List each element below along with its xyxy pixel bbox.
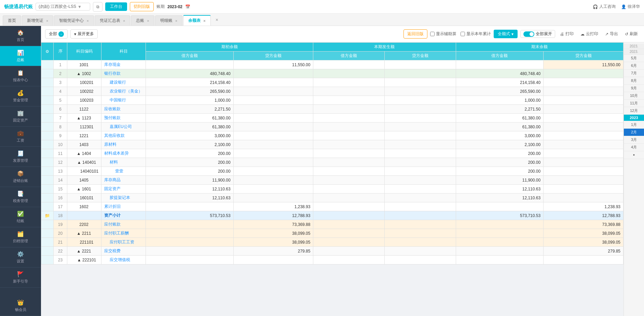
row-name[interactable]: 固定资产 [101, 185, 146, 193]
right-panel-dec[interactable]: 12月 [624, 107, 644, 115]
tab-voucher-summary-close[interactable]: × [123, 19, 125, 23]
right-panel-feb[interactable]: 2月 [624, 129, 644, 136]
right-panel-nov[interactable]: 11月 [624, 100, 644, 107]
row-gear[interactable] [41, 69, 54, 78]
row-gear[interactable] [41, 78, 54, 87]
cloud-print-button[interactable]: ☁ 云打印 [578, 30, 600, 38]
sidebar-item-archive[interactable]: 🗂️ 归档管理 [0, 227, 41, 247]
sidebar-item-purchase[interactable]: 📦 进销台账 [0, 167, 41, 187]
show-ytd-input[interactable] [461, 32, 465, 36]
row-name[interactable]: 胶提架记本 [101, 193, 146, 202]
right-panel-sep[interactable]: 9月 [624, 85, 644, 92]
sidebar-item-settings[interactable]: ⚙️ 设置 [0, 247, 41, 268]
right-panel-aug[interactable]: 8月 [624, 77, 644, 85]
tab-detail[interactable]: 明细账 × [155, 15, 182, 26]
export-button[interactable]: ↗ 导出 [603, 30, 620, 38]
gear-header[interactable]: ⚙ [41, 43, 54, 60]
refresh-button[interactable]: ↺ 刷新 [623, 30, 640, 38]
show-aux-input[interactable] [430, 32, 435, 36]
sidebar-item-guide[interactable]: 🚩 新手引导 [0, 268, 41, 288]
row-gear[interactable] [41, 247, 54, 256]
tab-detail-close[interactable]: × [175, 19, 177, 23]
row-name[interactable]: 壹壹 [101, 167, 146, 176]
row-gear[interactable] [41, 123, 54, 131]
sidebar-item-ledger[interactable]: 📊 总账 [0, 46, 41, 66]
row-name[interactable]: 应付职工工资 [101, 238, 146, 247]
tab-smart-voucher-close[interactable]: × [86, 19, 88, 23]
row-gear[interactable] [41, 140, 54, 149]
row-gear[interactable] [41, 185, 54, 193]
return-old-button[interactable]: 返回旧版 [403, 29, 427, 39]
row-name[interactable]: 应付职工薪酬 [101, 229, 146, 238]
company-selector[interactable]: (勿副) 江西胶垒-LSS ▼ [36, 3, 90, 11]
row-name[interactable]: 应收账款 [101, 105, 146, 114]
row-name[interactable]: 累计折旧 [101, 202, 146, 211]
fullmode-button[interactable]: 全额式 ▾ [494, 30, 518, 38]
row-name[interactable]: 农业银行（美金） [101, 87, 146, 96]
row-name[interactable]: 库存商品 [101, 176, 146, 185]
row-gear[interactable] [41, 229, 54, 238]
row-gear[interactable] [41, 167, 54, 176]
right-panel-mar[interactable]: 3月 [624, 136, 644, 144]
tab-ledger-close[interactable]: × [147, 19, 149, 23]
row-gear[interactable] [41, 96, 54, 105]
row-name[interactable]: 建设银行 [101, 78, 146, 87]
right-panel-jul[interactable]: 7月 [624, 70, 644, 77]
user-profile[interactable]: 👤 徐泽华 [621, 4, 640, 10]
right-panel-may[interactable]: 5月 [624, 55, 644, 62]
row-name[interactable]: 应交增值税 [101, 256, 146, 264]
row-gear[interactable] [41, 60, 54, 69]
toggle-switch[interactable] [523, 31, 534, 37]
print-button[interactable]: 🖨 打印 [558, 30, 576, 38]
row-gear[interactable] [41, 202, 54, 211]
row-gear[interactable] [41, 193, 54, 202]
show-aux-checkbox[interactable]: 显示辅助算 [430, 31, 456, 37]
show-ytd-checkbox[interactable]: 显示本年累计 [461, 31, 491, 37]
sidebar-item-payroll[interactable]: 💼 工资 [0, 127, 41, 147]
sidebar-item-finance[interactable]: 💰 资金管理 [0, 86, 41, 106]
expand-more-button[interactable]: ▾ 展开更多 [70, 29, 98, 39]
tab-new-voucher-close[interactable]: × [46, 19, 48, 23]
row-gear[interactable] [41, 176, 54, 185]
tab-home[interactable]: 首页 [3, 15, 21, 26]
tab-smart-voucher[interactable]: 智能凭证中心 × [54, 15, 94, 26]
row-gear[interactable] [41, 256, 54, 264]
row-name[interactable]: 库存现金 [101, 60, 146, 69]
workbench-button[interactable]: 工作台 [105, 2, 127, 11]
row-gear[interactable] [41, 87, 54, 96]
row-gear[interactable] [41, 105, 54, 114]
row-name[interactable]: 资产小计 [101, 211, 146, 220]
tab-ledger[interactable]: 总账 × [131, 15, 154, 26]
calendar-icon[interactable]: 📅 [185, 4, 190, 9]
balance-table-wrap[interactable]: ⚙ 序 科目编码 科目 期初余额 本期发生额 期末余额 借方金额 贷方金额 借方… [41, 42, 624, 316]
row-gear[interactable] [41, 131, 54, 140]
sidebar-item-invoice[interactable]: 🧾 发票管理 [0, 147, 41, 167]
row-gear[interactable] [41, 114, 54, 123]
row-name[interactable]: 应交税费 [101, 247, 146, 256]
row-name[interactable]: 中国银行 [101, 96, 146, 105]
tab-balance[interactable]: 余额表 × [183, 15, 210, 26]
right-panel-jan[interactable]: 1月 [624, 121, 644, 129]
sidebar-item-home[interactable]: 🏠 首页 [0, 26, 41, 46]
row-name[interactable]: 银行存款 [101, 69, 146, 78]
tab-balance-close[interactable]: × [203, 19, 205, 23]
row-name[interactable]: 预付账款 [101, 114, 146, 123]
sidebar-item-tax[interactable]: 📑 税务管理 [0, 187, 41, 207]
right-panel-year-2023[interactable]: 2023 [624, 115, 644, 121]
tab-voucher-summary[interactable]: 凭证汇总表 × [95, 15, 130, 26]
row-name[interactable]: 原材料 [101, 140, 146, 149]
row-name[interactable]: 其他应收款 [101, 131, 146, 140]
sidebar-item-member[interactable]: 👑 畅会员 [0, 296, 41, 316]
consultant-button[interactable]: 🎧 人工咨询 [593, 4, 616, 10]
switch-version-button[interactable]: 切到旧版 [130, 2, 154, 11]
right-panel-apr[interactable]: 4月 [624, 144, 644, 151]
row-gear[interactable] [41, 220, 54, 229]
sidebar-item-assets[interactable]: 🏢 固定资产 [0, 106, 41, 127]
sidebar-item-reports[interactable]: 📋 报表中心 [0, 66, 41, 86]
copy-icon[interactable]: ⧉ [93, 2, 102, 12]
close-all-tabs-button[interactable]: × [216, 17, 218, 23]
right-panel-oct[interactable]: 10月 [624, 92, 644, 100]
row-name[interactable]: 材料 [101, 158, 146, 167]
right-panel-jun[interactable]: 6月 [624, 62, 644, 70]
row-gear[interactable] [41, 158, 54, 167]
